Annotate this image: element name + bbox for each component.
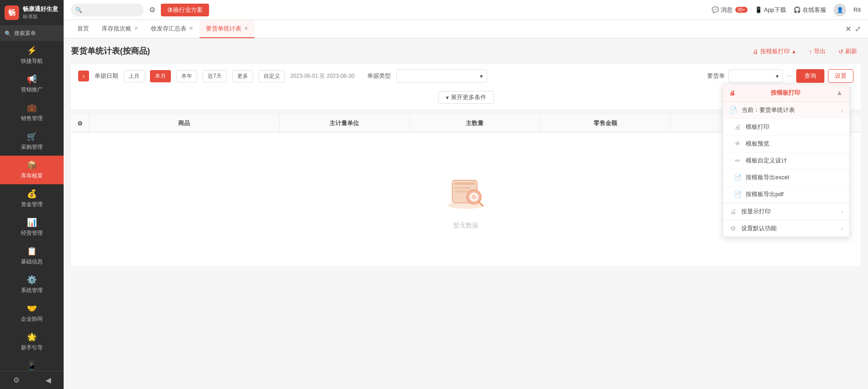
refresh-btn[interactable]: ↺ 刷新 [835, 45, 861, 57]
tab-collection-summary-label: 收发存汇总表 [151, 25, 186, 33]
filter-expand-btn[interactable]: › [78, 71, 89, 81]
tab-order-stats-label: 要货单统计表 [206, 25, 241, 33]
expand-more-btn[interactable]: ▾ 展开更多条件 [438, 91, 494, 104]
sidebar-logo: 畅 畅康通好生意 标准版 [0, 0, 64, 26]
tab-expand-btn[interactable]: ⤢ [855, 25, 861, 33]
date-current-year-btn[interactable]: 本年 [176, 70, 197, 82]
sidebar-settings-btn[interactable]: ⚙ [13, 376, 20, 384]
more-options-btn[interactable]: ··· [787, 72, 793, 80]
message-label: 消息 [721, 6, 733, 14]
app-name: 畅康通好生意 [23, 5, 58, 13]
dropdown-export-excel[interactable]: 📄 按模板导出excel [723, 169, 849, 186]
sidebar-item-inventory[interactable]: 📦 库存核算 [0, 156, 64, 184]
export-pdf-label: 按模板导出pdf [746, 190, 783, 198]
print-template-btn[interactable]: 🖨 按模板打印 ▲ [749, 45, 800, 57]
tab-inventory-batch-close[interactable]: ✕ [134, 25, 138, 31]
tab-order-stats-close[interactable]: ✕ [244, 25, 248, 31]
print-chevron-up-icon: ▲ [792, 49, 797, 54]
tab-close-all-btn[interactable]: ✕ [845, 25, 851, 33]
tab-collection-summary-close[interactable]: ✕ [189, 25, 193, 31]
marketing-icon: 📢 [27, 74, 37, 84]
page-action-bar: 🖨 按模板打印 ▲ ↑ 导出 ↺ 刷新 [749, 45, 861, 57]
date-custom-btn[interactable]: 自定义 [259, 70, 285, 82]
sidebar-item-newbie[interactable]: 🌟 新手引导 [0, 328, 64, 356]
set-default-chevron-icon: › [841, 225, 843, 232]
dropdown-template-design[interactable]: ✏ 模板自定义设计 [723, 152, 849, 169]
app-download-btn[interactable]: 📱 App下载 [755, 6, 786, 14]
current-item-label: 当前：要货单统计表 [742, 106, 795, 114]
topbar-gear-icon[interactable]: ⚙ [149, 5, 155, 14]
tab-collection-summary[interactable]: 收发存汇总表 ✕ [145, 20, 200, 38]
export-pdf-icon: 📄 [734, 191, 741, 198]
dropdown-set-default[interactable]: ⚙ 设置默认功能 › [723, 220, 849, 237]
sidebar-search-label: 搜索菜单 [14, 30, 36, 37]
template-design-icon: ✏ [734, 157, 741, 164]
topbar: 🔍 ⚙ 体验行业方案 💬 消息 99+ 📱 App下载 🎧 在线客服 👤 Rit [64, 0, 868, 20]
sidebar-item-basic[interactable]: 📋 基础信息 [0, 242, 64, 270]
dropdown-current-item[interactable]: 📄 当前：要货单统计表 › [723, 102, 849, 119]
topbar-search-icon: 🔍 [75, 7, 82, 13]
chevron-right-icon: › [83, 72, 85, 80]
sidebar-label-operations: 经营管理 [21, 229, 43, 237]
col-settings[interactable]: ⚙ [71, 115, 89, 132]
logo-text: 畅康通好生意 标准版 [23, 5, 58, 20]
dropdown-template-print[interactable]: 🖨 模板打印 [723, 119, 849, 136]
order-select[interactable]: ▾ [728, 69, 783, 83]
sidebar-item-marketing[interactable]: 📢 营销推广 [0, 70, 64, 98]
sidebar-label-newbie: 新手引导 [21, 344, 43, 352]
online-service-btn[interactable]: 🎧 在线客服 [793, 6, 826, 14]
sidebar-search[interactable]: 🔍 搜索菜单 [0, 26, 64, 41]
filter-row-1: › 单据日期 上月 本月 本年 近7天 更多 自 [78, 69, 853, 83]
sidebar-item-operations[interactable]: 📊 经营管理 [0, 213, 64, 242]
inventory-icon: 📦 [27, 160, 37, 170]
current-item-icon: 📄 [729, 106, 737, 114]
tab-order-stats[interactable]: 要货单统计表 ✕ [200, 20, 254, 38]
export-icon: ↑ [809, 48, 813, 55]
dropdown-display-print[interactable]: 🖨 按显示打印 › [723, 203, 849, 220]
export-btn[interactable]: ↑ 导出 [806, 45, 830, 57]
sidebar-collapse-btn[interactable]: ◀ [45, 376, 51, 384]
sidebar-item-purchase[interactable]: 🛒 采购管理 [0, 127, 64, 156]
sidebar-item-enterprise[interactable]: 🤝 企业协同 [0, 299, 64, 328]
date-last-7-days-btn[interactable]: 近7天 [203, 70, 227, 82]
dropdown-template-preview[interactable]: 👁 模板预览 [723, 136, 849, 152]
expand-more-label: 展开更多条件 [451, 93, 486, 101]
date-label: 单据日期 [95, 72, 118, 80]
dropdown-title: 按模板打印 [771, 89, 800, 97]
export-excel-icon: 📄 [734, 174, 741, 181]
sidebar-item-quick-nav[interactable]: ⚡ 快捷导航 [0, 41, 64, 70]
query-btn[interactable]: 查询 [796, 69, 824, 83]
dropdown-export-pdf[interactable]: 📄 按模板导出pdf [723, 186, 849, 203]
sidebar-item-apps[interactable]: 📱 应用中心 [0, 356, 64, 371]
sidebar-item-system[interactable]: ⚙️ 系统管理 [0, 270, 64, 299]
sidebar-item-sales[interactable]: 💼 销售管理 [0, 98, 64, 127]
page-title: 要货单统计表(按商品) [71, 45, 861, 56]
col-product: 商品 [89, 115, 279, 132]
settings-btn[interactable]: 设置 [828, 69, 853, 83]
tab-home[interactable]: 首页 [71, 20, 95, 38]
newbie-icon: 🌟 [27, 332, 37, 342]
trial-button[interactable]: 体验行业方案 [161, 4, 209, 16]
sales-icon: 💼 [27, 103, 37, 113]
dropdown-close-btn[interactable]: ▲ [836, 89, 843, 97]
app-sub: 标准版 [23, 13, 58, 20]
svg-point-8 [472, 195, 476, 199]
date-prev-month-btn[interactable]: 上月 [124, 70, 145, 82]
date-more-btn[interactable]: 更多 [232, 70, 253, 82]
username-label: Rit [853, 6, 861, 13]
topbar-search[interactable]: 🔍 [71, 4, 144, 16]
avatar-placeholder: 👤 [837, 7, 843, 13]
message-btn[interactable]: 💬 消息 99+ [712, 6, 748, 14]
order-label: 要货单 [707, 72, 725, 80]
template-preview-label: 模板预览 [746, 140, 769, 148]
svg-rect-3 [454, 187, 470, 189]
sidebar-item-finance[interactable]: 💰 资金管理 [0, 184, 64, 213]
sidebar-label-basic: 基础信息 [21, 258, 43, 266]
refresh-icon: ↺ [838, 48, 843, 55]
date-range-display: 2023-06-01 至 2023-06-30 [290, 72, 354, 80]
type-select[interactable]: ▾ [396, 69, 487, 83]
avatar[interactable]: 👤 [833, 4, 846, 16]
date-current-month-btn[interactable]: 本月 [150, 70, 171, 82]
tab-inventory-batch[interactable]: 库存批次账 ✕ [95, 20, 145, 38]
dropdown-print-icon: 🖨 [729, 90, 735, 96]
